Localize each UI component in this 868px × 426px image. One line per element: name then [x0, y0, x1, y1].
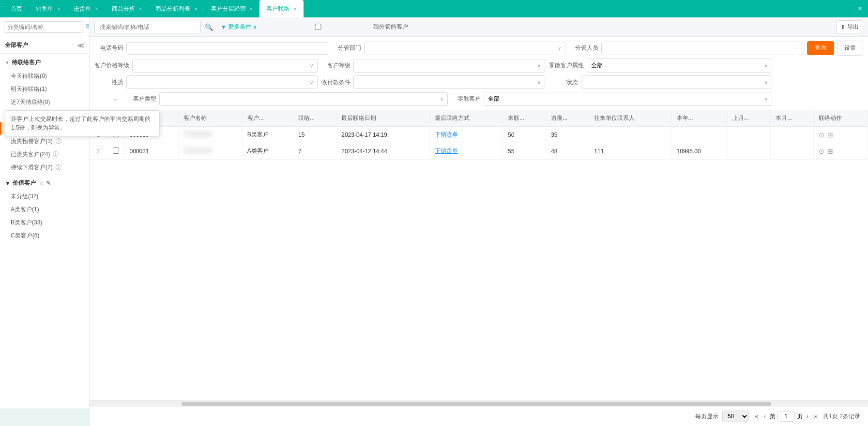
filter-nature: 性质 ∨ [94, 75, 318, 89]
customer-type-arrow: ∨ [440, 96, 443, 102]
page-unit-label: 页 [797, 412, 803, 421]
window-close-button[interactable]: × [858, 4, 862, 13]
cell-name[interactable] [179, 127, 242, 143]
filter-manager-select[interactable]: ··· [601, 42, 803, 55]
filter-row-1: 电话号码 分管部门 ∨ 分管人员 ··· [94, 41, 863, 56]
nav-customer-tier[interactable]: 客户分层经营 × [204, 0, 259, 17]
sidebar-item-b-class[interactable]: B类客户(33) [0, 216, 89, 229]
filter-customer-type-select[interactable]: ∨ [159, 92, 448, 106]
search-input[interactable] [94, 21, 201, 33]
manage-group-icon[interactable]: ✎ [46, 180, 51, 187]
row-checkbox[interactable] [113, 147, 119, 154]
filter-customer-grade-select[interactable]: ∨ [353, 59, 545, 73]
cell-last-method[interactable]: 下销货单 [430, 143, 503, 160]
filter-phone-input[interactable] [126, 42, 328, 55]
filter-dept-select[interactable]: ∨ [364, 42, 566, 55]
tooltip-box: 距客户上次交易时长，超过了此客户的平均交易周期的1.5倍，则视为异常。 [5, 110, 160, 136]
edit-group-icon[interactable]: ○ [40, 180, 43, 187]
my-customer-checkbox[interactable] [265, 24, 371, 30]
sidebar-item-c-class[interactable]: C类客户(6) [0, 229, 89, 242]
filter-more-dots[interactable]: ··· [112, 96, 121, 103]
sidebar-tree: ▼ 待联络客户 今天待联络(0) 明天待联络(1) 近7天待联络(0) 逾期未联… [0, 54, 89, 409]
cell-this-month [770, 143, 813, 160]
cell-contact-person [589, 127, 671, 143]
sidebar-collapse-button[interactable]: ≪ [77, 42, 84, 49]
price-grade-arrow: ∨ [310, 63, 313, 68]
action-link-icon[interactable]: ⊙ [819, 131, 824, 139]
per-page-select[interactable]: 50 100 [722, 411, 749, 422]
filter-customer-grade-label: 客户等级 [321, 61, 350, 70]
filter-customer-type-label: 客户类型 [127, 95, 156, 103]
cell-name[interactable] [179, 143, 242, 160]
tree-group-pending[interactable]: ▼ 待联络客户 [0, 56, 89, 70]
customer-grade-arrow: ∨ [537, 63, 541, 68]
nav-purchase-order[interactable]: 进货单 × [67, 0, 105, 17]
more-filter-button[interactable]: ▼ 更多条件 ∧ [217, 21, 261, 33]
next-page-button[interactable]: › [805, 412, 810, 421]
query-button[interactable]: 查询 [807, 41, 834, 55]
col-header-last-method: 最后联络方式 [430, 110, 503, 127]
col-header-type: 客户... [242, 110, 293, 127]
filter-retail-attr-label: 零散客户属性 [549, 61, 584, 70]
sidebar-search-icon[interactable]: 🔍 [85, 24, 90, 30]
filter-nature-select[interactable]: ∨ [126, 75, 318, 89]
sidebar-item-churned[interactable]: 已流失客户(24) ⓘ [0, 148, 89, 161]
sidebar-item-declining[interactable]: 持续下滑客户(2) ⓘ [0, 161, 89, 174]
export-icon: ⬆ [840, 24, 845, 30]
filter-panel: 电话号码 分管部门 ∨ 分管人员 ··· [90, 37, 868, 110]
data-table: ⚙ 客户编码 客户名称 客户... 联络... 最后联络日期 最后联络方式 未联… [90, 110, 868, 160]
first-page-button[interactable]: « [753, 412, 760, 421]
sidebar-item-unclassified[interactable]: 未分组(32) [0, 190, 89, 203]
sidebar-item-today[interactable]: 今天待联络(0) [0, 70, 89, 83]
content-area: 🔍 ▼ 更多条件 ∧ 我分管的客户 ⬆ 导出 电话号码 [90, 17, 868, 426]
cell-last-month [727, 127, 770, 143]
nav-product-analysis[interactable]: 商品分析 × [105, 0, 149, 17]
nav-home[interactable]: 首页 [4, 0, 29, 17]
sidebar-item-a-class[interactable]: A类客户(1) [0, 203, 89, 216]
close-customer-contact-icon[interactable]: × [293, 0, 296, 17]
scrollbar-thumb[interactable] [182, 402, 771, 406]
cell-last-method[interactable]: 下销货单 [430, 127, 503, 143]
cell-contact-person: 111 [589, 143, 671, 160]
filter-retail-attr-select[interactable]: 全部 ∨ [587, 59, 772, 73]
horizontal-scrollbar[interactable] [90, 400, 868, 406]
retail-attr-arrow: ∨ [764, 63, 768, 68]
filter-status-select[interactable]: ∨ [581, 75, 772, 89]
close-product-analysis-list-icon[interactable]: × [194, 0, 197, 17]
data-table-container: ⚙ 客户编码 客户名称 客户... 联络... 最后联络日期 最后联络方式 未联… [90, 110, 868, 400]
expand-pending-icon: ▼ [5, 60, 10, 65]
tree-group-value-customers[interactable]: ▼ 价值客户 ○ ✎ [0, 176, 89, 190]
sidebar-item-churn-warning[interactable]: 流失预警客户(3) ⓘ [0, 135, 89, 148]
cell-this-month [770, 127, 813, 143]
setting-button[interactable]: 设置 [837, 41, 863, 56]
prev-page-button[interactable]: ‹ [762, 412, 768, 421]
nav-product-analysis-list[interactable]: 商品分析列表 × [149, 0, 204, 17]
sidebar-item-tomorrow[interactable]: 明天待联络(1) [0, 83, 89, 96]
close-product-analysis-icon[interactable]: × [139, 0, 142, 17]
col-header-last-date: 最后联络日期 [336, 110, 430, 127]
nav-sales-order[interactable]: 销售单 × [29, 0, 67, 17]
action-more-icon[interactable]: ⊞ [827, 147, 833, 155]
sidebar-item-7days[interactable]: 近7天待联络(0) [0, 96, 89, 109]
table-row: 2 000031 A类客户 7 2023-04-12 14:44: 下销货单 5… [90, 143, 868, 160]
last-page-button[interactable]: » [812, 412, 820, 421]
page-number-input[interactable] [777, 411, 795, 422]
filter-price-grade-select[interactable]: ∨ [132, 59, 318, 73]
action-link-icon[interactable]: ⊙ [819, 147, 824, 155]
filter-payment-select[interactable]: ∨ [353, 75, 545, 89]
cell-checkbox [107, 143, 124, 160]
close-sales-order-icon[interactable]: × [57, 0, 60, 17]
nav-customer-contact[interactable]: 客户联络 × [259, 0, 303, 17]
sidebar-search-input[interactable] [4, 21, 83, 33]
search-button[interactable]: 🔍 [205, 23, 213, 31]
filter-row-4: ··· 客户类型 ∨ 零散客户 全部 ∨ [94, 92, 863, 106]
col-header-this-month: 本月... [770, 110, 813, 127]
close-purchase-order-icon[interactable]: × [95, 0, 98, 17]
sidebar-search-area: 🔍 [0, 17, 89, 37]
filter-retail-customer-select[interactable]: 全部 ∨ [484, 92, 772, 106]
close-customer-tier-icon[interactable]: × [250, 0, 253, 17]
cell-action: ⊙ ⊞ [814, 127, 868, 143]
filter-phone: 电话号码 [94, 42, 328, 55]
export-button[interactable]: ⬆ 导出 [836, 20, 863, 33]
action-more-icon[interactable]: ⊞ [827, 131, 833, 139]
